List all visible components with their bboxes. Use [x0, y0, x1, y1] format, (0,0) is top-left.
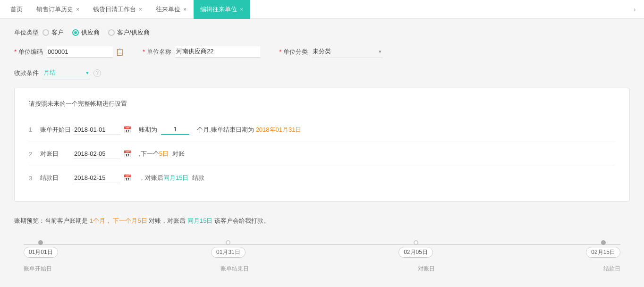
unit-code-required: * — [14, 48, 17, 55]
timeline-row: 01月01日 01月31日 02月05日 — [24, 235, 620, 263]
unit-type-row: 单位类型 客户 供应商 客户/供应商 — [14, 28, 630, 37]
step-num-3: 3 — [29, 175, 40, 182]
payment-help-icon[interactable]: ? — [93, 69, 101, 77]
tab-home[interactable]: 首页 — [4, 0, 30, 19]
step-label-3: 结款日 — [40, 174, 73, 182]
timeline-node-2: 02月05日 — [398, 240, 433, 258]
radio-supplier-circle — [72, 29, 79, 36]
step-row-3: 3 结款日 📅 ，对账后 同月15日 结款 — [29, 166, 615, 190]
step-input-wrap-3: 📅 ，对账后 同月15日 结款 — [73, 173, 204, 183]
preview-h1: 1个月， — [90, 217, 111, 224]
unit-category-field: * 单位分类 未分类 ▾ — [279, 45, 382, 58]
radio-customer-circle — [42, 29, 49, 36]
tab-edit-partner-close[interactable]: × — [240, 6, 243, 13]
step-rows: 1 账单开始日 📅 账期为 个月,账单结束日期为 2018年01月31日 2 对… — [29, 118, 615, 190]
payment-select-arrow: ▾ — [86, 70, 89, 76]
timeline-badge-0: 01月01日 — [24, 247, 58, 258]
radio-customer[interactable]: 客户 — [42, 28, 64, 37]
timeline-nodes: 01月01日 01月31日 02月05日 — [24, 240, 620, 258]
unit-code-input[interactable] — [47, 46, 113, 58]
timeline-node-3: 02月15日 — [586, 240, 620, 258]
tabs-bar: 首页 销售订单历史 × 钱货日清工作台 × 往来单位 × 编辑往来单位 × › — [0, 0, 644, 19]
unit-code-label: 单位编码 — [18, 48, 43, 56]
payment-value: 月结 — [43, 68, 84, 77]
tab-cash-workbench[interactable]: 钱货日清工作台 × — [86, 0, 149, 19]
timeline-badge-2: 02月05日 — [398, 247, 433, 258]
unit-name-label: 单位名称 — [147, 48, 171, 56]
step-label-2: 对账日 — [40, 150, 73, 158]
settings-title: 请按照未来的一个完整帐期进行设置 — [29, 100, 615, 108]
timeline-dot-3 — [601, 240, 606, 245]
unit-name-input[interactable] — [175, 46, 260, 58]
reconcile-highlight: 5日 — [159, 150, 169, 158]
step-desc-3-before: ，对账后 — [139, 174, 163, 182]
timeline-label-2: 对账日 — [418, 265, 435, 273]
step-desc-3-after: 结款 — [192, 174, 204, 182]
step-desc-1-before: 账期为 — [139, 126, 157, 134]
timeline-label-1: 账单结束日 — [220, 265, 249, 273]
unit-type-label: 单位类型 — [14, 28, 39, 37]
step-input-wrap-1: 📅 账期为 个月,账单结束日期为 2018年01月31日 — [73, 124, 301, 135]
step-label-1: 账单开始日 — [40, 126, 73, 134]
tabs-scroll-right[interactable]: › — [629, 6, 640, 13]
preview-h2: 下一个月5日 — [113, 217, 147, 224]
preview-section: 账期预览：当前客户账期是 1个月， 下一个月5日 对账，对账后 同月15日 该客… — [14, 209, 630, 230]
payment-label: 收款条件 — [14, 69, 39, 77]
payment-terms-row: 收款条件 月结 ▾ ? — [14, 67, 630, 79]
step-row-1: 1 账单开始日 📅 账期为 个月,账单结束日期为 2018年01月31日 — [29, 118, 615, 142]
timeline-dot-0 — [38, 240, 43, 245]
timeline-dot-1 — [226, 240, 230, 245]
unit-name-required: * — [143, 48, 145, 55]
payment-select[interactable]: 月结 ▾ — [42, 67, 90, 79]
step-desc-2-before: ,下一个 — [139, 150, 159, 158]
tab-partners[interactable]: 往来单位 × — [149, 0, 194, 19]
radio-supplier[interactable]: 供应商 — [72, 28, 100, 37]
unit-category-required: * — [279, 48, 281, 55]
page-content: 单位类型 客户 供应商 客户/供应商 * 单位编码 📋 * 单位名称 — [0, 19, 644, 287]
radio-customer-supplier[interactable]: 客户/供应商 — [108, 28, 150, 37]
radio-customer-supplier-circle — [108, 29, 115, 36]
preview-prefix: 账期预览：当前客户账期是 — [14, 217, 88, 224]
unit-code-icon[interactable]: 📋 — [116, 48, 124, 56]
end-date-highlight: 2018年01月31日 — [256, 126, 302, 134]
preview-middle: 对账，对账后 — [149, 217, 186, 224]
unit-info-row: * 单位编码 📋 * 单位名称 * 单位分类 未分类 ▾ — [14, 45, 630, 58]
tab-sales-history-close[interactable]: × — [76, 6, 79, 13]
period-input[interactable] — [161, 124, 189, 135]
start-date-calendar-icon[interactable]: 📅 — [123, 126, 131, 134]
timeline-labels: 账单开始日 账单结束日 对账日 结款日 — [24, 263, 620, 275]
unit-name-field: * 单位名称 — [143, 46, 260, 58]
unit-category-label: 单位分类 — [283, 48, 308, 56]
timeline-badge-3: 02月15日 — [586, 247, 620, 258]
timeline-label-3: 结款日 — [603, 265, 620, 273]
timeline-node-0: 01月01日 — [24, 240, 58, 258]
step-input-wrap-2: 📅 ,下一个 5日 对账 — [73, 149, 185, 159]
preview-h3: 同月15日 — [187, 217, 212, 224]
step-row-2: 2 对账日 📅 ,下一个 5日 对账 — [29, 142, 615, 166]
tab-partners-close[interactable]: × — [183, 6, 186, 13]
unit-category-dropdown[interactable]: 未分类 ▾ — [312, 45, 382, 58]
step-num-2: 2 — [29, 151, 40, 158]
payment-date-calendar-icon[interactable]: 📅 — [123, 174, 131, 182]
unit-category-arrow: ▾ — [379, 49, 381, 55]
payment-date-input[interactable] — [73, 173, 120, 183]
tab-cash-workbench-close[interactable]: × — [139, 6, 142, 13]
step-desc-1-after: 个月,账单结束日期为 — [197, 126, 254, 134]
timeline-node-1: 01月31日 — [211, 240, 246, 258]
timeline-label-0: 账单开始日 — [24, 265, 52, 273]
unit-type-radio-group: 客户 供应商 客户/供应商 — [42, 28, 150, 37]
step-desc-2-after: 对账 — [172, 150, 185, 158]
unit-category-value: 未分类 — [313, 47, 377, 56]
reconcile-date-input[interactable] — [73, 149, 120, 159]
tab-edit-partner[interactable]: 编辑往来单位 × — [194, 0, 250, 19]
step-num-1: 1 — [29, 126, 40, 133]
timeline-badge-1: 01月31日 — [211, 247, 246, 258]
timeline-container: 01月01日 01月31日 02月05日 — [14, 230, 630, 275]
timeline-dot-2 — [414, 240, 418, 245]
settings-box: 请按照未来的一个完整帐期进行设置 1 账单开始日 📅 账期为 个月,账单结束日期… — [14, 88, 630, 202]
start-date-input[interactable] — [73, 125, 120, 135]
tab-sales-history[interactable]: 销售订单历史 × — [30, 0, 86, 19]
payment-highlight: 同月15日 — [163, 174, 188, 182]
unit-code-field: * 单位编码 📋 — [14, 46, 124, 58]
reconcile-date-calendar-icon[interactable]: 📅 — [123, 150, 131, 158]
